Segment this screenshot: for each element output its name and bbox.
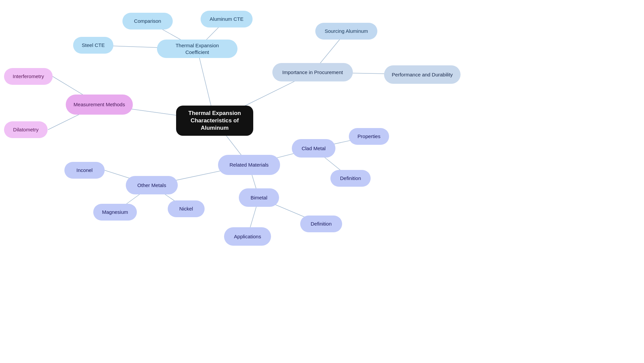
center-label: Thermal Expansion Characteristics of Alu… <box>183 110 247 132</box>
interferometry-node[interactable]: Interferometry <box>4 68 53 85</box>
measurement-methods-label: Measurement Methods <box>73 101 125 108</box>
inconel-label: Inconel <box>76 167 93 174</box>
bimetal-applications-label: Applications <box>234 233 261 240</box>
other-metals-label: Other Metals <box>138 182 166 189</box>
sourcing-aluminum-label: Sourcing Aluminum <box>325 28 368 35</box>
importance-procurement-node[interactable]: Importance in Procurement <box>272 63 353 81</box>
nickel-node[interactable]: Nickel <box>168 200 205 217</box>
bimetal-label: Bimetal <box>251 194 267 201</box>
clad-metal-properties-node[interactable]: Properties <box>349 128 389 145</box>
performance-durability-label: Performance and Durability <box>392 71 453 78</box>
other-metals-node[interactable]: Other Metals <box>126 176 178 194</box>
interferometry-label: Interferometry <box>13 73 44 80</box>
nickel-label: Nickel <box>179 205 193 212</box>
dilatometry-label: Dilatometry <box>13 126 39 133</box>
importance-procurement-label: Importance in Procurement <box>282 69 343 76</box>
bimetal-node[interactable]: Bimetal <box>239 188 279 207</box>
clad-metal-node[interactable]: Clad Metal <box>292 139 335 158</box>
magnesium-node[interactable]: Magnesium <box>93 204 137 221</box>
related-materials-label: Related Materials <box>229 162 269 168</box>
clad-metal-properties-label: Properties <box>358 133 380 140</box>
dilatometry-node[interactable]: Dilatometry <box>4 121 48 138</box>
steel-cte-node[interactable]: Steel CTE <box>73 37 113 54</box>
bimetal-definition-label: Definition <box>311 221 332 227</box>
thermal-expansion-coeff-node[interactable]: Thermal Expansion Coefficient <box>157 40 237 58</box>
bimetal-definition-node[interactable]: Definition <box>300 216 342 232</box>
steel-cte-label: Steel CTE <box>82 42 105 49</box>
clad-metal-definition-label: Definition <box>340 175 361 182</box>
comparison-label: Comparison <box>134 18 161 24</box>
magnesium-label: Magnesium <box>102 209 128 216</box>
center-node[interactable]: Thermal Expansion Characteristics of Alu… <box>176 106 253 136</box>
measurement-methods-node[interactable]: Measurement Methods <box>66 95 133 115</box>
bimetal-applications-node[interactable]: Applications <box>224 227 271 246</box>
inconel-node[interactable]: Inconel <box>64 162 105 179</box>
aluminum-cte-node[interactable]: Aluminum CTE <box>201 11 253 27</box>
comparison-node[interactable]: Comparison <box>122 13 173 29</box>
sourcing-aluminum-node[interactable]: Sourcing Aluminum <box>315 23 377 40</box>
related-materials-node[interactable]: Related Materials <box>218 155 280 175</box>
clad-metal-definition-node[interactable]: Definition <box>330 170 371 187</box>
thermal-expansion-coeff-label: Thermal Expansion Coefficient <box>164 42 231 55</box>
aluminum-cte-label: Aluminum CTE <box>210 16 244 22</box>
performance-durability-node[interactable]: Performance and Durability <box>384 65 461 84</box>
clad-metal-label: Clad Metal <box>302 145 326 152</box>
